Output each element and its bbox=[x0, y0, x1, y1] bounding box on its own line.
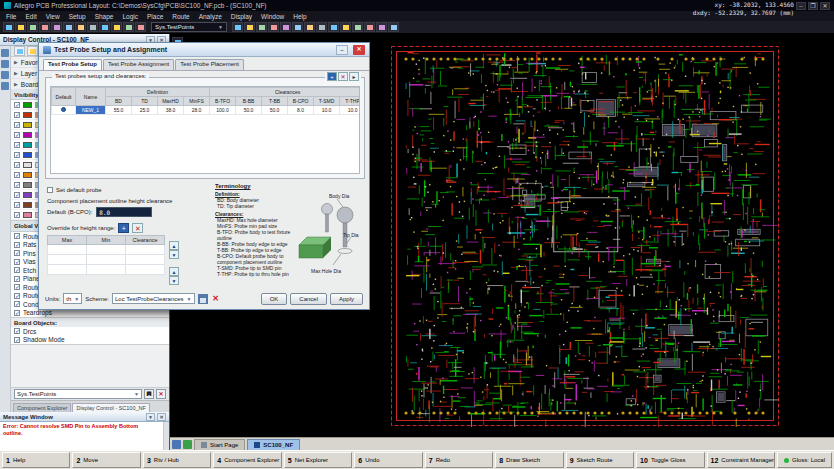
layer-color-swatch[interactable] bbox=[23, 212, 32, 218]
testpoints-combo[interactable]: Sys.TestPoints ▼ bbox=[151, 22, 227, 32]
fkey-4[interactable]: 4Component Explorer bbox=[213, 452, 281, 468]
fkey-10[interactable]: 10Toggle Gloss bbox=[636, 452, 704, 468]
panel-side-icon[interactable] bbox=[1, 60, 9, 68]
checkbox[interactable]: ✓ bbox=[14, 276, 20, 282]
save-icon[interactable] bbox=[198, 294, 208, 304]
panel-side-icon[interactable] bbox=[1, 82, 9, 90]
panel-side-icon[interactable] bbox=[1, 49, 9, 57]
checkbox[interactable]: ✓ bbox=[14, 310, 20, 316]
toolbar-icon-4[interactable] bbox=[268, 22, 279, 32]
menu-window[interactable]: Window bbox=[261, 13, 284, 20]
doc-tab-start-page[interactable]: Start Page bbox=[194, 439, 245, 450]
menu-setup[interactable]: Setup bbox=[69, 13, 86, 20]
toolbar-icon-5[interactable] bbox=[280, 22, 291, 32]
arrow-down-icon[interactable]: ▼ bbox=[169, 250, 179, 259]
probe-table-row[interactable]: NEW_155.025.038.028.0100.050.050.08.010.… bbox=[52, 106, 361, 115]
close-icon[interactable]: ✕ bbox=[353, 45, 365, 55]
checkbox[interactable]: ✓ bbox=[14, 301, 20, 307]
toolbar-icon-11[interactable] bbox=[352, 22, 363, 32]
fkey-1[interactable]: 1Help bbox=[2, 452, 70, 468]
apply-button[interactable]: Apply bbox=[330, 293, 363, 305]
arrow-up-icon[interactable]: ▲ bbox=[169, 267, 179, 276]
menu-route[interactable]: Route bbox=[172, 13, 189, 20]
close-icon[interactable]: ✕ bbox=[157, 413, 166, 421]
checkbox[interactable]: ✓ bbox=[14, 102, 20, 108]
tab-display-control[interactable]: Display Control - SC100_NF bbox=[72, 403, 149, 412]
checkbox[interactable]: ✓ bbox=[14, 242, 20, 248]
set-default-probe-checkbox[interactable] bbox=[47, 187, 53, 193]
fkey-12[interactable]: 12Constraint Manager bbox=[707, 452, 775, 468]
toolbar-icon-13[interactable] bbox=[376, 22, 387, 32]
checkbox[interactable]: ✓ bbox=[14, 259, 20, 265]
delete-icon[interactable]: ✕ bbox=[156, 389, 166, 399]
layer-color-swatch[interactable] bbox=[23, 182, 32, 188]
remove-override-button[interactable]: ✕ bbox=[132, 223, 143, 233]
toolbar-icon-1[interactable] bbox=[3, 22, 14, 32]
default-bcpo-input[interactable]: 8.0 bbox=[96, 207, 152, 217]
dialog-tab-2[interactable]: Test Probe Assignment bbox=[103, 59, 174, 70]
toolbar-icon-10[interactable] bbox=[340, 22, 351, 32]
toolbar-icon-11[interactable] bbox=[123, 22, 134, 32]
toolbar-icon-2[interactable] bbox=[15, 22, 26, 32]
toolbar-icon-7[interactable] bbox=[304, 22, 315, 32]
probe-table[interactable]: DefaultNameDefinitionClearancesBDTDMaxHD… bbox=[50, 86, 360, 174]
toolbar-icon-12[interactable] bbox=[364, 22, 375, 32]
checkbox[interactable]: ✓ bbox=[14, 202, 20, 208]
add-override-button[interactable]: + bbox=[118, 223, 129, 233]
fkey-5[interactable]: 5Net Explorer bbox=[284, 452, 352, 468]
checkbox[interactable]: ✓ bbox=[14, 337, 20, 343]
pages-icon[interactable] bbox=[183, 440, 192, 449]
override-table[interactable]: MaxMinClearance bbox=[47, 235, 165, 285]
checkbox[interactable]: ✓ bbox=[14, 250, 20, 256]
pcb-layout[interactable] bbox=[390, 45, 780, 427]
panel-side-icon[interactable] bbox=[1, 71, 9, 79]
pin-icon[interactable]: ▾ bbox=[146, 413, 155, 421]
checkbox[interactable]: ✓ bbox=[14, 293, 20, 299]
menu-help[interactable]: Help bbox=[293, 13, 306, 20]
menu-shape[interactable]: Shape bbox=[95, 13, 114, 20]
toolbar-icon-10[interactable] bbox=[111, 22, 122, 32]
fkey-6[interactable]: 6Undo bbox=[354, 452, 422, 468]
window-icon[interactable] bbox=[172, 440, 181, 449]
dialog-tab-3[interactable]: Test Probe Placement bbox=[175, 59, 244, 70]
layer-color-swatch[interactable] bbox=[23, 172, 32, 178]
toolbar-icon-12[interactable] bbox=[135, 22, 146, 32]
checkbox[interactable]: ✓ bbox=[14, 112, 20, 118]
checkbox[interactable]: ✓ bbox=[14, 267, 20, 273]
checkbox[interactable]: ✓ bbox=[14, 233, 20, 239]
minimize-icon[interactable]: – bbox=[796, 2, 806, 10]
minimize-icon[interactable]: – bbox=[336, 45, 348, 55]
toolbar-icon-3[interactable] bbox=[256, 22, 267, 32]
arrow-up-icon[interactable]: ▲ bbox=[169, 241, 179, 250]
scrollbar[interactable] bbox=[163, 422, 169, 450]
panel-scheme-combo[interactable]: Sys.TestPoints ▼ bbox=[14, 389, 142, 399]
toolbar-icon-8[interactable] bbox=[316, 22, 327, 32]
fkey-3[interactable]: 3Rtv / Hub bbox=[143, 452, 211, 468]
menu-edit[interactable]: Edit bbox=[25, 13, 36, 20]
ok-button[interactable]: OK bbox=[261, 293, 288, 305]
toolbar-icon-4[interactable] bbox=[39, 22, 50, 32]
arrow-down-icon[interactable]: ▼ bbox=[169, 276, 179, 285]
fkey-9[interactable]: 9Sketch Route bbox=[566, 452, 634, 468]
more-icon[interactable]: ▸ bbox=[349, 72, 359, 81]
save-icon[interactable]: 🖪 bbox=[144, 389, 154, 399]
fkey-7[interactable]: 7Redo bbox=[425, 452, 493, 468]
toolbar-icon-14[interactable] bbox=[388, 22, 399, 32]
close-icon[interactable]: ✕ bbox=[820, 2, 830, 10]
dialog-title-bar[interactable]: Test Probe Setup and Assignment – ✕ bbox=[39, 43, 369, 57]
layer-color-swatch[interactable] bbox=[23, 112, 32, 118]
toolbar-icon-2[interactable] bbox=[244, 22, 255, 32]
cancel-button[interactable]: Cancel bbox=[290, 293, 327, 305]
checkbox[interactable]: ✓ bbox=[14, 328, 20, 334]
toolbar-icon-9[interactable] bbox=[99, 22, 110, 32]
checkbox[interactable]: ✓ bbox=[14, 132, 20, 138]
toolbar-icon-1[interactable] bbox=[232, 22, 243, 32]
board-object-item[interactable]: ✓Shadow Mode bbox=[11, 336, 169, 345]
fkey-8[interactable]: 8Draw Sketch bbox=[495, 452, 563, 468]
doc-tab-sc100_nf[interactable]: SC100_NF bbox=[247, 439, 300, 450]
layer-color-swatch[interactable] bbox=[23, 192, 32, 198]
layer-color-swatch[interactable] bbox=[23, 142, 32, 148]
menu-logic[interactable]: Logic bbox=[122, 13, 138, 20]
panel-tool-icon-1[interactable] bbox=[14, 46, 25, 56]
delete-icon[interactable]: ✕ bbox=[211, 294, 221, 304]
